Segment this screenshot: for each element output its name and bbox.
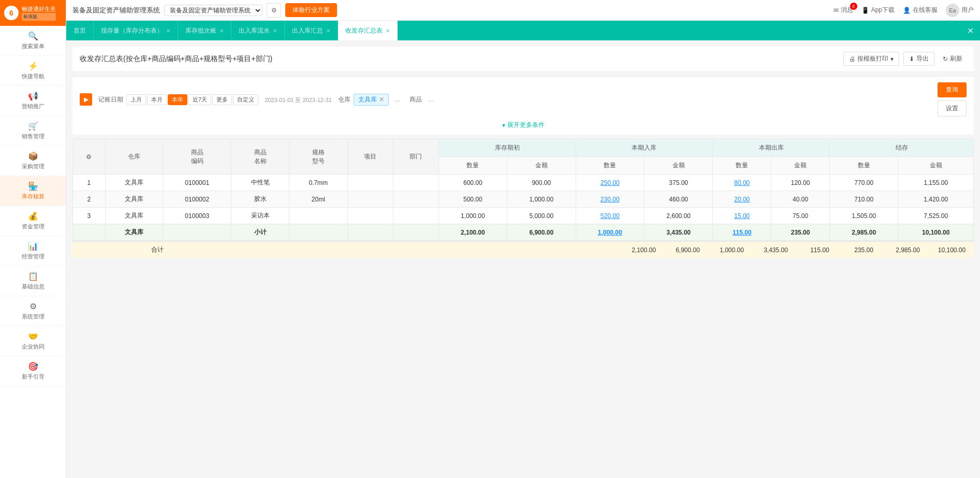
sidebar-item-finance[interactable]: 💰资金管理 <box>0 206 66 236</box>
page-area: 收发存汇总表(按仓库+商品编码+商品+规格型号+项目+部门) 🖨 按模板打印 ▾… <box>66 40 980 478</box>
tab-close-4[interactable]: ✕ <box>326 28 330 34</box>
footer-open-amt: 6,900.00 <box>666 247 710 254</box>
date-label: 记账日期 <box>98 95 123 104</box>
tab-close-5[interactable]: ✕ <box>386 28 390 34</box>
tab-0[interactable]: 首页 <box>66 21 94 40</box>
inventory-icon: 🏪 <box>28 181 38 191</box>
date-btn-this-year[interactable]: 本年 <box>168 94 187 105</box>
avatar: Ea <box>946 4 959 17</box>
date-btn-this-month[interactable]: 本月 <box>147 94 167 105</box>
tab-4[interactable]: 出入库汇总✕ <box>285 21 338 40</box>
sidebar-item-system[interactable]: ⚙系统管理 <box>0 296 66 326</box>
sidebar-item-operations[interactable]: 📊经营管理 <box>0 236 66 266</box>
warehouse-tag: 文具库 ✕ <box>354 94 389 106</box>
user-button[interactable]: Ea 用户 <box>946 4 974 17</box>
th-group-in: 本期入库 <box>576 139 713 157</box>
sidebar-item-inventory[interactable]: 🏪库存核算 <box>0 176 66 206</box>
th-opening-qty: 数量 <box>438 157 507 175</box>
sidebar-item-quicknav[interactable]: ⚡快捷导航 <box>0 56 66 86</box>
print-icon: 🖨 <box>849 55 855 63</box>
tab-label-3: 出入库流水 <box>239 26 270 35</box>
main-content: 装备及固定资产辅助管理系统 装备及固定资产辅助管理系统 ⚙ 体验行业方案 ✉ 消… <box>66 0 980 478</box>
warehouse-filter: 仓库 文具库 ✕ ... <box>338 94 403 106</box>
finance-icon: 💰 <box>28 211 38 221</box>
sidebar-item-guide[interactable]: 🎯新手引导 <box>0 356 66 386</box>
warehouse-tag-close[interactable]: ✕ <box>379 96 384 103</box>
date-btn-last-month[interactable]: 上月 <box>126 94 146 105</box>
tab-1[interactable]: 现存量（库存分布表）✕ <box>94 21 178 40</box>
tab-bar: 首页现存量（库存分布表）✕库存批次账✕出入库流水✕出入库汇总✕收发存汇总表✕ ✕ <box>66 21 980 40</box>
search-icon: 🔍 <box>28 31 38 41</box>
set-button[interactable]: 设置 <box>938 100 967 117</box>
expand-filter[interactable]: ▾ 展开更多条件 <box>502 121 545 129</box>
table-row: 2文具库0100002胶水20ml500.001,000.00230.00460… <box>73 191 974 208</box>
th-project: 项目 <box>347 139 393 175</box>
message-button[interactable]: ✉ 消息 6 <box>833 6 853 15</box>
logo-icon: 6 <box>4 6 19 20</box>
sales-icon: 🛒 <box>28 121 38 131</box>
th-out-qty: 数量 <box>713 157 771 175</box>
th-group-opening: 库存期初 <box>438 139 576 157</box>
app-download-button[interactable]: 📱 App下载 <box>861 6 895 15</box>
th-warehouse: 仓库 <box>105 139 163 175</box>
warehouse-more[interactable]: ... <box>392 95 403 104</box>
tab-2[interactable]: 库存批次账✕ <box>178 21 231 40</box>
tab-label-1: 现存量（库存分布表） <box>101 26 163 35</box>
export-button[interactable]: ⬇ 导出 <box>903 52 934 66</box>
sidebar-item-collab[interactable]: 🤝企业协同 <box>0 326 66 356</box>
footer-in-qty: 1,000.00 <box>710 247 754 254</box>
footer-close-qty: 2,985.00 <box>886 247 930 254</box>
system-select[interactable]: 装备及固定资产辅助管理系统 <box>164 5 262 16</box>
th-out-amt: 金额 <box>771 157 830 175</box>
date-btn-custom[interactable]: 自定义 <box>233 94 258 105</box>
basic-icon: 📋 <box>28 271 38 281</box>
system-icon: ⚙ <box>30 301 37 311</box>
settings-button[interactable]: ⚙ <box>267 3 281 18</box>
online-service-button[interactable]: 👤 在线客服 <box>903 6 938 15</box>
sidebar-item-basic[interactable]: 📋基础信息 <box>0 266 66 296</box>
close-all-tabs[interactable]: ✕ <box>961 26 980 36</box>
th-goods-spec: 规格型号 <box>289 139 347 175</box>
logo-tag: 标准版 <box>22 13 56 21</box>
th-opening-amt: 金额 <box>507 157 576 175</box>
tab-5[interactable]: 收发存汇总表✕ <box>338 21 398 40</box>
th-settings[interactable]: ⚙ <box>73 139 106 175</box>
goods-filter: 商品 ... <box>409 95 436 104</box>
footer-in-amt: 3,435.00 <box>754 247 798 254</box>
print-button[interactable]: 🖨 按模板打印 ▾ <box>843 52 899 66</box>
th-group-out: 本期出库 <box>713 139 830 157</box>
page-header: 收发存汇总表(按仓库+商品编码+商品+规格型号+项目+部门) 🖨 按模板打印 ▾… <box>72 47 974 71</box>
refresh-button[interactable]: ↻ 刷新 <box>939 52 967 65</box>
sidebar-item-purchase[interactable]: 📦采购管理 <box>0 146 66 176</box>
operations-icon: 📊 <box>28 241 38 251</box>
th-dept: 部门 <box>393 139 438 175</box>
date-btn-7days[interactable]: 近7天 <box>188 94 211 105</box>
th-closing-qty: 数量 <box>830 157 898 175</box>
tabs-container: 首页现存量（库存分布表）✕库存批次账✕出入库流水✕出入库汇总✕收发存汇总表✕ <box>66 21 961 40</box>
chevron-down-icon: ▾ <box>890 55 894 63</box>
try-button[interactable]: 体验行业方案 <box>285 3 337 17</box>
tab-3[interactable]: 出入库流水✕ <box>231 21 285 40</box>
tab-close-3[interactable]: ✕ <box>273 28 277 34</box>
tab-close-1[interactable]: ✕ <box>166 28 170 34</box>
top-bar: 装备及固定资产辅助管理系统 装备及固定资产辅助管理系统 ⚙ 体验行业方案 ✉ 消… <box>66 0 980 21</box>
expand-icon: ▾ <box>502 122 505 129</box>
sidebar: 6 畅捷通好生意 标准版 🔍搜索菜单⚡快捷导航📢营销推广🛒销售管理📦采购管理🏪库… <box>0 0 66 478</box>
goods-more[interactable]: ... <box>425 95 436 104</box>
table-row: 1文具库0100001中性笔0.7mm600.00900.00250.00375… <box>73 175 974 191</box>
query-button[interactable]: 查询 <box>938 82 967 97</box>
sidebar-item-sales[interactable]: 🛒销售管理 <box>0 116 66 146</box>
table-row: 文具库小计2,100.006,900.001,000.003,435.00115… <box>73 224 974 241</box>
th-in-qty: 数量 <box>576 157 644 175</box>
sidebar-logo[interactable]: 6 畅捷通好生意 标准版 <box>0 0 66 26</box>
tab-close-2[interactable]: ✕ <box>220 28 224 34</box>
sidebar-item-marketing[interactable]: 📢营销推广 <box>0 86 66 116</box>
filter-toggle[interactable]: ▶ <box>80 93 92 106</box>
date-btn-more[interactable]: 更多 <box>212 94 232 105</box>
filter-area: ▶ 记账日期 上月 本月 本年 近7天 更多 自定义 <box>72 77 974 135</box>
sidebar-item-search[interactable]: 🔍搜索菜单 <box>0 26 66 56</box>
date-range: 2023-01-01 至 2023-12-31 <box>265 96 332 104</box>
main-table: ⚙ 仓库 商品编码 商品名称 规格型号 项目 部门 库存期初 本期入库 本期出库… <box>72 139 974 241</box>
system-title: 装备及固定资产辅助管理系统 <box>72 6 160 15</box>
footer-close-amt: 10,100.00 <box>930 247 974 254</box>
